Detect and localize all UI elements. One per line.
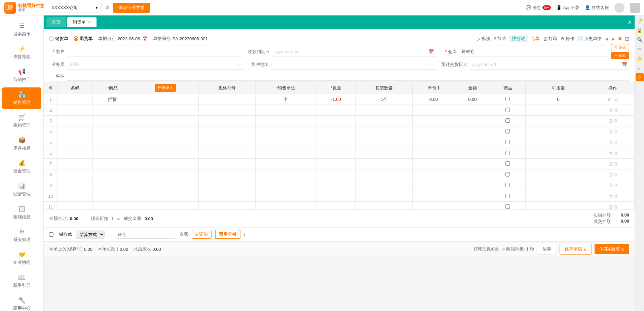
copy-row-1-icon[interactable]: ⧉ — [615, 96, 618, 102]
tab-home[interactable]: 首页 — [46, 17, 66, 27]
rp-star-icon[interactable]: ⭐ — [636, 54, 644, 63]
rp-note-icon[interactable]: 📝 — [636, 17, 644, 25]
tab-close-icon[interactable]: ✕ — [88, 20, 91, 25]
sidebar-item-search[interactable]: ☰ 搜索菜单 — [2, 19, 41, 40]
salesperson-input[interactable]: 选择... ... — [67, 60, 242, 70]
rp-edit-icon[interactable]: ✏ — [636, 45, 644, 53]
sidebar-item-basic[interactable]: 📋 基础信息 — [2, 202, 41, 223]
expected-calendar-icon[interactable]: 📅 — [622, 62, 627, 67]
calc-method-ellipsis[interactable]: ... — [108, 232, 112, 237]
sidebar-item-mgmt[interactable]: 📊 经营管理 — [2, 179, 41, 200]
sidebar-item-quick[interactable]: ⚡ 快捷导航 — [2, 42, 41, 63]
customer-input[interactable]: ... — [67, 47, 242, 57]
copy-row-9-icon[interactable]: ⧉ — [614, 183, 617, 188]
history-btn[interactable]: 📄历史单据 — [578, 36, 602, 42]
online-service-link[interactable]: 👤 在线客服 — [585, 5, 609, 11]
list-view-icon[interactable]: ≡ — [618, 36, 621, 42]
delete-row-4-icon[interactable]: 🗑 — [608, 129, 613, 134]
rp-pen-icon[interactable]: 🖊 — [636, 64, 644, 72]
delete-row-1-icon[interactable]: 🗑 — [607, 96, 612, 102]
cell-price-1[interactable]: 0.00 — [412, 94, 455, 105]
add-payment-btn[interactable]: ● 添加 — [192, 230, 212, 239]
grid-view-icon[interactable]: ⊞ — [625, 36, 629, 42]
user-menu[interactable] — [630, 3, 640, 13]
calendar-icon[interactable]: 📅 — [142, 36, 148, 41]
message-badge-area[interactable]: 💬 消息 99+ — [526, 5, 551, 11]
sidebar-item-collab[interactable]: 🤝 企业协同 — [2, 247, 41, 269]
save-new-btn[interactable]: 保存&新增 ∧ — [595, 244, 629, 254]
note-input[interactable] — [67, 72, 629, 81]
settings-gear-icon[interactable]: ⚙ — [105, 4, 110, 11]
cell-pkg-1[interactable]: 1个 — [356, 94, 413, 105]
sidebar-item-purchase[interactable]: 🛒 采购管理 — [2, 110, 41, 132]
th-settings[interactable]: ⚙ — [44, 82, 58, 94]
operate-btn[interactable]: ⚙操作 — [561, 36, 574, 42]
one-click-pay-check[interactable] — [49, 232, 53, 237]
sidebar-item-finance[interactable]: 💰 资金管理 — [2, 156, 41, 178]
rp-lock-icon[interactable]: 🔒 — [636, 26, 644, 34]
cell-spec-1[interactable] — [199, 94, 256, 105]
copy-row-3-icon[interactable]: ⧉ — [614, 118, 617, 123]
radio-sale[interactable]: 销货单 — [49, 36, 68, 42]
abandon-btn[interactable]: 放弃 — [537, 244, 557, 255]
choose-btn[interactable]: 选单 — [531, 36, 540, 42]
cell-amount-1[interactable]: 0.00 — [455, 94, 490, 105]
next-icon[interactable]: ▶ — [612, 36, 615, 41]
date-value[interactable]: 2023-06-06 — [118, 36, 140, 41]
delete-row-6-icon[interactable]: 🗑 — [608, 150, 613, 156]
sidebar-item-system[interactable]: ⚙ 系统管理 — [2, 225, 41, 246]
copy-row-10-icon[interactable]: ⧉ — [614, 193, 617, 199]
trial-button[interactable]: 体验行业方案 — [113, 3, 150, 13]
sidebar-item-apps[interactable]: 🔧 应用中心 — [2, 293, 41, 311]
product-types-circle-icon[interactable]: ⊙ — [502, 246, 505, 251]
expense-split-btn[interactable]: 费用分摊 — [215, 230, 240, 239]
radio-return[interactable]: 退货单 — [74, 36, 93, 42]
delete-row-7-icon[interactable]: 🗑 — [608, 161, 613, 166]
cell-barcode-1[interactable] — [58, 94, 93, 105]
copy-row-8-icon[interactable]: ⧉ — [614, 172, 617, 177]
one-click-pay-checkbox[interactable]: 一键收款 — [49, 231, 72, 237]
app-download-link[interactable]: 📱 App下载 — [556, 5, 579, 11]
delete-row-5-icon[interactable]: 🗑 — [608, 140, 613, 145]
sidebar-item-marketing[interactable]: 📢 营销推广 — [2, 65, 41, 86]
delete-row-2-icon[interactable]: 🗑 — [608, 107, 613, 113]
shortcut-btn[interactable]: 快捷键 — [509, 35, 528, 42]
copy-row-6-icon[interactable]: ⧉ — [614, 150, 617, 156]
address-input[interactable]: ... — [271, 60, 436, 70]
docnum-value[interactable]: SA-20230606-001 — [173, 36, 208, 41]
prev-icon[interactable]: ◀ — [605, 36, 608, 41]
rp-orange-icon[interactable]: 🔶 — [636, 73, 644, 81]
print-btn[interactable]: 🖨打印 — [543, 36, 557, 42]
discount-info-icon[interactable]: ℹ — [112, 216, 113, 221]
copy-row-2-icon[interactable]: ⧉ — [614, 107, 617, 113]
receivable-calendar-icon[interactable]: 📅 — [428, 49, 434, 54]
close-all-tabs-icon[interactable]: ✕ — [628, 19, 632, 26]
copy-row-5-icon[interactable]: ⧉ — [614, 140, 617, 145]
rp-search-icon[interactable]: 🔍 — [636, 36, 644, 44]
account-input[interactable] — [115, 230, 176, 239]
save-draft-btn[interactable]: 保存草稿 ∧ — [560, 244, 592, 255]
cell-qty-1[interactable]: -1.00 — [316, 94, 355, 105]
company-selector[interactable]: XXXXXX公司 ▾ — [48, 3, 102, 12]
delete-row-3-icon[interactable]: 🗑 — [608, 118, 613, 123]
total-owe-info-icon[interactable]: ℹ — [117, 247, 118, 252]
user-avatar[interactable] — [614, 3, 624, 13]
cell-gift-1[interactable] — [490, 94, 525, 105]
cell-product-1[interactable]: 拆货 — [93, 94, 132, 105]
delete-row-10-icon[interactable]: 🗑 — [608, 193, 613, 199]
delete-row-9-icon[interactable]: 🗑 — [608, 183, 613, 188]
sidebar-item-inventory[interactable]: 📦 库存核算 — [2, 133, 41, 155]
expense-info-icon[interactable]: ℹ — [244, 232, 245, 237]
settings-btn[interactable]: ⊙⊙ 设置设置 — [611, 44, 629, 51]
calc-method-select[interactable]: 结算方式 — [76, 230, 105, 239]
receivable-date-input[interactable]: yyyy-mm-dd 📅 — [272, 47, 436, 57]
delete-row-11-icon[interactable]: 🗑 — [608, 204, 613, 209]
warehouse-input[interactable]: 建材仓 ... — [459, 47, 609, 57]
expected-date-input[interactable]: yyyy-mm-dd 📅 — [470, 60, 629, 70]
copy-row-7-icon[interactable]: ⧉ — [614, 161, 617, 166]
copy-row-4-icon[interactable]: ⧉ — [614, 129, 617, 134]
delete-row-8-icon[interactable]: 🗑 — [608, 172, 613, 177]
scan-btn[interactable]: 扫码录入 — [155, 84, 176, 92]
help-btn[interactable]: ?帮助 — [493, 36, 505, 42]
cell-unit-1[interactable]: 个 — [255, 94, 316, 105]
